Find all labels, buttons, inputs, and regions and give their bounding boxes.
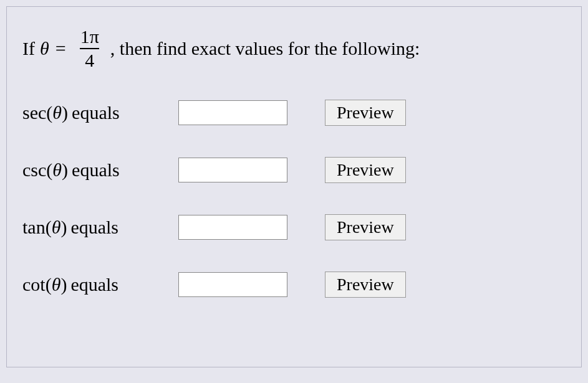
tan-row: tan(θ) equals Preview <box>22 214 566 240</box>
fraction-denominator: 4 <box>80 48 99 72</box>
sec-row: sec(θ) equals Preview <box>22 100 566 126</box>
sec-equals-word: equals <box>72 102 120 123</box>
prompt-suffix: , then find exact values for the followi… <box>110 38 420 59</box>
fraction-numerator: 1π <box>75 26 104 48</box>
tan-preview-button[interactable]: Preview <box>325 214 406 240</box>
sec-input[interactable] <box>178 100 287 125</box>
sec-label: sec(θ) <box>22 102 68 123</box>
csc-row: csc(θ) equals Preview <box>22 157 566 183</box>
cot-label: cot(θ) <box>22 274 67 295</box>
cot-equals-word: equals <box>70 274 118 295</box>
cot-preview-button[interactable]: Preview <box>325 272 406 298</box>
sec-preview-button[interactable]: Preview <box>325 100 406 126</box>
equals-sign: = <box>55 38 66 59</box>
tan-label: tan(θ) <box>22 217 67 238</box>
csc-input[interactable] <box>178 158 287 182</box>
tan-label-group: tan(θ) equals <box>22 217 178 238</box>
sec-label-group: sec(θ) equals <box>22 102 178 123</box>
fraction: 1π 4 <box>75 26 104 72</box>
csc-label: csc(θ) <box>22 159 68 181</box>
cot-label-group: cot(θ) equals <box>22 274 178 295</box>
theta-symbol: θ <box>40 38 49 59</box>
tan-input[interactable] <box>178 215 287 240</box>
csc-preview-button[interactable]: Preview <box>325 157 406 183</box>
tan-equals-word: equals <box>70 217 118 238</box>
cot-row: cot(θ) equals Preview <box>22 272 566 298</box>
csc-label-group: csc(θ) equals <box>22 159 178 181</box>
question-prompt: If θ = 1π 4 , then find exact values for… <box>22 26 566 72</box>
question-container: If θ = 1π 4 , then find exact values for… <box>6 6 582 367</box>
cot-input[interactable] <box>178 272 287 297</box>
prompt-prefix: If <box>22 38 35 59</box>
csc-equals-word: equals <box>72 159 120 181</box>
